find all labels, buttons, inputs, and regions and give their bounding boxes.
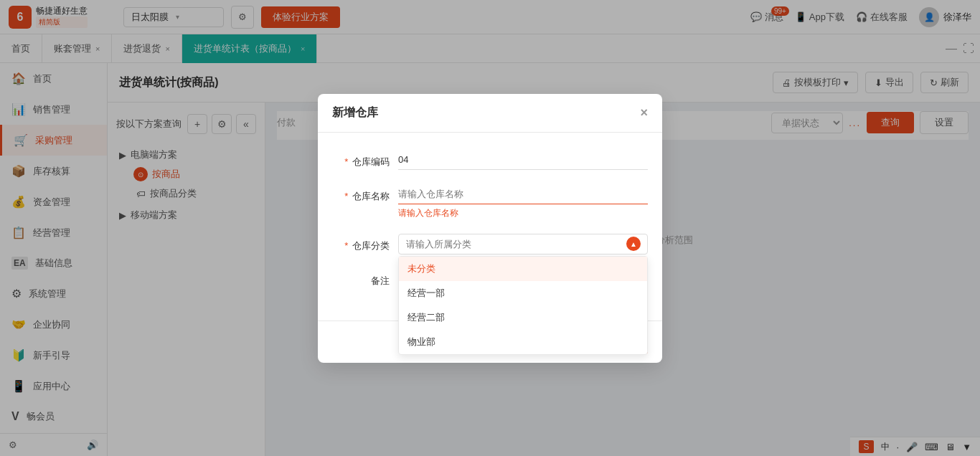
new-warehouse-dialog: 新增仓库 × * 仓库编码 * 仓库名称 xyxy=(318,94,662,363)
warehouse-name-input[interactable] xyxy=(398,184,648,204)
dropdown-item-dept1[interactable]: 经营一部 xyxy=(399,281,647,305)
warehouse-code-input[interactable] xyxy=(398,150,648,170)
category-label: * 仓库分类 xyxy=(332,234,390,252)
category-field: ▲ 未分类 经营一部 经营二部 物业部 xyxy=(398,234,648,255)
note-label: 备注 xyxy=(332,269,390,288)
dialog-header: 新增仓库 × xyxy=(318,94,662,133)
dialog-body: * 仓库编码 * 仓库名称 请输入仓库名称 xyxy=(318,133,662,320)
dialog-close-button[interactable]: × xyxy=(640,105,648,120)
name-error-message: 请输入仓库名称 xyxy=(398,207,648,219)
form-row-category: * 仓库分类 ▲ 未分类 经营一部 经营二部 物业部 xyxy=(332,234,648,255)
form-row-code: * 仓库编码 xyxy=(332,150,648,170)
dropdown-item-unclassified[interactable]: 未分类 xyxy=(399,257,647,281)
code-label: * 仓库编码 xyxy=(332,150,390,168)
dialog-overlay[interactable]: 新增仓库 × * 仓库编码 * 仓库名称 xyxy=(0,0,980,456)
dropdown-item-dept2[interactable]: 经营二部 xyxy=(399,305,647,330)
dropdown-item-dept3[interactable]: 物业部 xyxy=(399,330,647,354)
code-field xyxy=(398,150,648,170)
category-select-input[interactable] xyxy=(398,234,648,255)
category-arrow-icon[interactable]: ▲ xyxy=(626,237,641,251)
dialog-title: 新增仓库 xyxy=(332,105,378,120)
name-label: * 仓库名称 xyxy=(332,184,390,203)
category-dropdown: 未分类 经营一部 经营二部 物业部 xyxy=(398,256,648,355)
form-row-name: * 仓库名称 请输入仓库名称 xyxy=(332,184,648,219)
name-field: 请输入仓库名称 xyxy=(398,184,648,219)
